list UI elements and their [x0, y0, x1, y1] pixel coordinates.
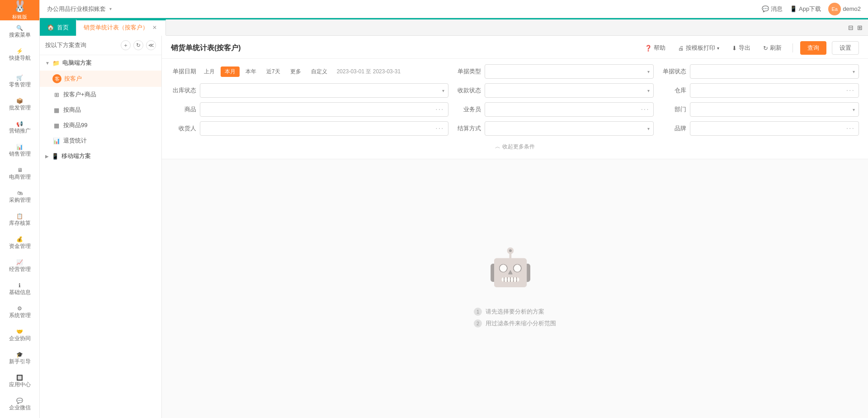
sidebar-item-ecom[interactable]: 🖥 电商管理: [0, 162, 40, 185]
dept-field[interactable]: ▾: [690, 102, 859, 117]
scheme-item-by-goods99[interactable]: ▦ 按商品99: [40, 118, 161, 133]
wholesale-icon: 📦: [16, 98, 23, 104]
sidebar-item-purchase[interactable]: 🛍 采购管理: [0, 185, 40, 209]
query-button[interactable]: 查询: [800, 41, 826, 55]
export-btn[interactable]: ⬇ 导出: [728, 42, 754, 54]
salesperson-field[interactable]: ···: [485, 102, 654, 117]
scheme-item-by-goods[interactable]: ▦ 按商品: [40, 102, 161, 118]
scheme-add-btn[interactable]: ＋: [121, 40, 131, 50]
sidebar-item-quick-nav[interactable]: ⚡ 快捷导航: [0, 43, 40, 66]
help-btn[interactable]: ❓ 帮助: [641, 42, 669, 54]
sidebar-item-inventory[interactable]: 📋 库存核算: [0, 209, 40, 232]
sidebar-item-search[interactable]: 🔍 搜索菜单: [0, 20, 40, 43]
message-btn[interactable]: 💬 消息: [762, 5, 783, 13]
tab-home[interactable]: 🏠 首页: [40, 19, 76, 36]
receipt-status-field[interactable]: ▾: [485, 83, 654, 98]
scheme-item-by-customer[interactable]: 客 按客户: [40, 71, 161, 87]
scheme-collapse-btn[interactable]: ≪: [146, 40, 156, 50]
date-btn-custom[interactable]: 自定义: [307, 66, 331, 77]
date-btn-7days[interactable]: 近7天: [262, 66, 284, 77]
tab-sales-stat[interactable]: 销货单统计表（按客户） ✕: [76, 19, 166, 36]
header-right: 💬 消息 📱 App下载 Ea demo2: [762, 3, 861, 15]
receiver-field[interactable]: ···: [200, 121, 448, 136]
collapse-label: 收起更多条件: [502, 143, 535, 151]
scheme-refresh-btn[interactable]: ↻: [133, 40, 143, 50]
empty-state: 🤖 1 请先选择要分析的方案 2 用过滤条件来缩小分析范围: [162, 159, 868, 418]
sidebar-item-label: 营销推广: [9, 127, 31, 135]
scheme-panel-header: 按以下方案查询 ＋ ↻ ≪: [40, 36, 161, 55]
sidebar-item-label: 企业协同: [9, 335, 31, 342]
out-status-field[interactable]: ▾: [200, 83, 448, 98]
goods-label: 商品: [171, 105, 200, 114]
avatar: Ea: [828, 3, 841, 15]
export-icon: ⬇: [732, 45, 737, 52]
sidebar-item-system[interactable]: ⚙ 系统管理: [0, 301, 40, 324]
salesperson-label: 业务员: [456, 105, 485, 114]
sidebar-item-marketing[interactable]: 📢 营销推广: [0, 116, 40, 139]
warehouse-field[interactable]: ···: [690, 83, 859, 98]
date-btn-last-month[interactable]: 上月: [200, 66, 219, 77]
filter-row-4: 收货人 ··· 结算方式 ▾ 品牌: [171, 121, 859, 136]
bill-status-field[interactable]: ▾: [690, 64, 859, 79]
sidebar-item-basic[interactable]: ℹ 基础信息: [0, 278, 40, 301]
sidebar-item-finance[interactable]: 💰 资金管理: [0, 232, 40, 255]
tab-maximize-icon[interactable]: ⊞: [857, 24, 863, 31]
scheme-panel: 按以下方案查询 ＋ ↻ ≪ ▼ 📁 电脑端方案 客 按客户: [40, 36, 162, 418]
scheme-item-by-goods-label: 按商品: [63, 106, 81, 114]
print-icon: 🖨: [678, 45, 684, 52]
filter-dept-col: 部门 ▾: [661, 102, 859, 117]
empty-hint-1: 1 请先选择要分析的方案: [474, 308, 556, 316]
sidebar-item-apps[interactable]: 🔲 应用中心: [0, 370, 40, 393]
tab-close-icon[interactable]: ✕: [151, 24, 158, 31]
scheme-group-desktop-label: 电脑端方案: [62, 59, 92, 67]
bill-type-dropdown-icon: ▾: [647, 69, 650, 74]
collapse-row[interactable]: ︿ 收起更多条件: [171, 140, 859, 153]
scheme-group-mobile-header[interactable]: ▶ 📱 移动端方案: [40, 148, 161, 164]
sales-icon: 📊: [16, 144, 23, 150]
corp-icon: 🤝: [16, 328, 23, 335]
filter-settle-col: 结算方式 ▾: [456, 121, 654, 136]
settle-field[interactable]: ▾: [485, 121, 654, 136]
date-btn-this-year[interactable]: 本年: [241, 66, 260, 77]
scheme-item-by-customer-label: 按客户: [64, 75, 82, 83]
sidebar-item-newbie[interactable]: 🎓 新手引导: [0, 347, 40, 370]
dept-dropdown-icon: ▾: [853, 107, 855, 112]
date-group: 上月 本月 本年 近7天 更多 自定义 2023-03-01 至 2023-03…: [200, 66, 448, 77]
scheme-item-refund-stat[interactable]: 📊 退货统计: [40, 133, 161, 148]
user-profile-btn[interactable]: Ea demo2: [828, 3, 861, 15]
print-btn[interactable]: 🖨 按模板打印 ▾: [675, 42, 723, 54]
sidebar-item-wechat[interactable]: 💬 企业微信: [0, 393, 40, 416]
filter-date-col: 单据日期 上月 本月 本年 近7天 更多 自定义 2023-03-01 至 20…: [171, 66, 448, 77]
sidebar-item-operation[interactable]: 📈 经营管理: [0, 255, 40, 278]
breadcrumb[interactable]: 办公用品行业模拟账套 ▾: [47, 5, 112, 13]
sidebar-item-sales[interactable]: 📊 销售管理: [0, 139, 40, 162]
brand-field[interactable]: ···: [690, 121, 859, 136]
refresh-btn[interactable]: ↻ 刷新: [760, 42, 785, 54]
sidebar-item-member[interactable]: 👑 畅会员: [0, 416, 40, 418]
by-goods-icon: ▦: [52, 106, 61, 114]
warehouse-dots-icon: ···: [846, 86, 855, 95]
salesperson-dots-icon: ···: [641, 105, 649, 114]
scheme-item-by-customer-goods[interactable]: ⊞ 按客户+商品: [40, 87, 161, 102]
sidebar-item-label: 企业微信: [9, 404, 31, 412]
goods-field[interactable]: ···: [200, 102, 448, 117]
receiver-label: 收货人: [171, 124, 200, 133]
sidebar-item-label: 搜索菜单: [9, 31, 31, 39]
breadcrumb-text: 办公用品行业模拟账套: [47, 5, 106, 13]
home-icon: 🏠: [47, 24, 54, 31]
purchase-icon: 🛍: [17, 190, 23, 196]
message-label: 消息: [771, 5, 783, 13]
tab-home-label: 首页: [57, 24, 69, 32]
date-btn-more[interactable]: 更多: [286, 66, 305, 77]
phone-icon: 📱: [790, 5, 797, 12]
sidebar-item-corp[interactable]: 🤝 企业协同: [0, 324, 40, 347]
settings-button[interactable]: 设置: [832, 41, 859, 55]
bill-type-field[interactable]: ▾: [485, 64, 654, 79]
scheme-group-desktop-header[interactable]: ▼ 📁 电脑端方案: [40, 55, 161, 71]
sidebar-item-retail[interactable]: 🛒 零售管理: [0, 70, 40, 93]
tab-minimize-icon[interactable]: ⊟: [848, 24, 854, 31]
sidebar-item-wholesale[interactable]: 📦 批发管理: [0, 93, 40, 116]
date-btn-this-month[interactable]: 本月: [221, 66, 240, 77]
sidebar-logo[interactable]: 🐰 标账版: [0, 0, 40, 20]
app-download-btn[interactable]: 📱 App下载: [790, 5, 821, 13]
